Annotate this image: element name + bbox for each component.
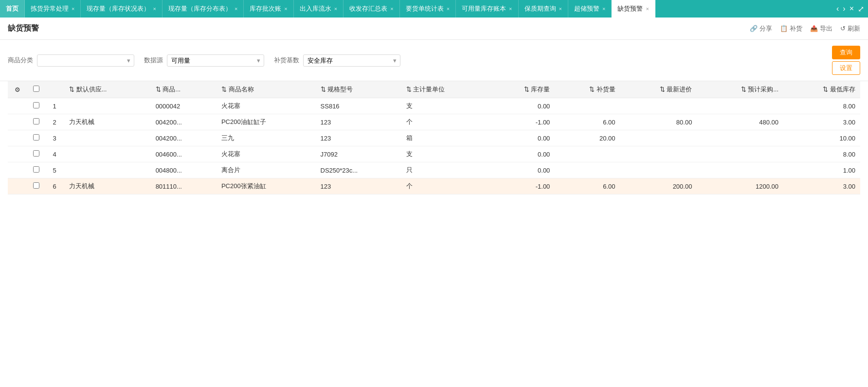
close-tab-batch-account[interactable]: × [284,6,287,12]
row-checkbox[interactable] [33,102,39,108]
tab-inout-flow[interactable]: 出入库流水 × [294,0,344,18]
sort-icon-unit: ⇅ [406,86,412,93]
datasource-label: 数据源 [144,56,163,65]
refresh-button[interactable]: ↺ 刷新 [840,24,860,33]
row-checkbox[interactable] [33,166,39,173]
query-button[interactable]: 查询 [832,46,860,59]
row-checkbox[interactable] [33,150,39,157]
shortage-table: ⚙ ⇅ 默认供应... ⇅ 商品... ⇅ [8,81,860,194]
settings-button[interactable]: 设置 [832,61,860,75]
page-header: 缺货预警 🔗 分享 📋 补货 📤 导出 ↺ 刷新 [0,18,868,40]
category-select-wrapper [37,54,134,67]
row-checkbox[interactable] [33,134,39,141]
row-checkbox-cell[interactable] [27,114,45,130]
close-tab-inventory-status[interactable]: × [153,6,156,12]
tab-shortage[interactable]: 缺货预警 × [612,0,655,18]
row-checkbox-cell[interactable] [27,162,45,178]
th-settings[interactable]: ⚙ [8,81,27,98]
tab-overstock[interactable]: 超储预警 × [568,0,612,18]
tab-home[interactable]: 首页 [0,0,25,18]
table-row: 3 004200... 三九 123 箱 0.00 20.00 10.00 [8,130,860,146]
tab-fullscreen-button[interactable]: ⤢ [856,4,866,14]
row-checkbox-cell[interactable] [27,178,45,194]
tab-batch-account[interactable]: 库存批次账 × [244,0,293,18]
row-product-name: 火花塞 [217,98,316,114]
row-checkbox[interactable] [33,118,39,124]
th-est-purchase[interactable]: ⇅ 预计采购... [697,81,783,98]
row-checkbox-cell[interactable] [27,130,45,146]
row-product-code: 004200... [151,130,217,146]
row-min-stock: 10.00 [783,130,860,146]
row-latest-price [620,98,697,114]
th-checkbox[interactable] [27,81,45,98]
tab-prev-button[interactable]: ‹ [834,4,841,13]
row-spec: SS816 [316,98,401,114]
tab-inventory-status[interactable]: 现存量（库存状况表） × [81,0,162,18]
row-index: 4 [45,146,64,162]
tab-next-button[interactable]: › [841,4,847,13]
th-index [45,81,64,98]
row-settings-cell [8,98,27,114]
row-latest-price: 80.00 [620,114,697,130]
datasource-select-wrapper: 可用量 [167,54,264,67]
row-supplier [64,130,151,146]
row-product-name: PC200油缸缸子 [217,114,316,130]
sort-icon-latest-price: ⇅ [660,86,665,93]
tab-exception[interactable]: 拣货异常处理 × [25,0,81,18]
replenish-base-select[interactable]: 安全库存 [303,54,400,67]
th-supplier[interactable]: ⇅ 默认供应... [64,81,151,98]
row-product-code: 801110... [151,178,217,194]
row-checkbox-cell[interactable] [27,98,45,114]
row-product-name: 离合片 [217,162,316,178]
close-tab-shortage[interactable]: × [646,6,649,12]
close-tab-exception[interactable]: × [72,6,74,12]
row-supplier [64,98,151,114]
row-replenish: 6.00 [555,114,620,130]
select-all-checkbox[interactable] [33,86,39,92]
th-replenish[interactable]: ⇅ 补货量 [555,81,620,98]
row-checkbox[interactable] [33,182,39,189]
row-unit: 支 [401,146,490,162]
row-checkbox-cell[interactable] [27,146,45,162]
tab-available[interactable]: 可用量库存账本 × [456,0,518,18]
th-latest-price[interactable]: ⇅ 最新进价 [620,81,697,98]
close-tab-collection[interactable]: × [390,6,393,12]
replenish-button[interactable]: 📋 补货 [780,24,802,33]
tab-order-stat[interactable]: 要货单统计表 × [400,0,456,18]
th-stock[interactable]: ⇅ 库存量 [489,81,555,98]
row-est-purchase [697,130,783,146]
export-button[interactable]: 📤 导出 [810,24,832,33]
main-content: 缺货预警 🔗 分享 📋 补货 📤 导出 ↺ 刷新 商品分类 [0,18,868,387]
close-tab-expiry[interactable]: × [559,6,562,12]
row-latest-price: 200.00 [620,178,697,194]
th-spec[interactable]: ⇅ 规格型号 [316,81,401,98]
close-tab-overstock[interactable]: × [602,6,605,12]
row-unit: 箱 [401,130,490,146]
tab-close-all-button[interactable]: × [848,4,856,13]
row-est-purchase: 1200.00 [697,178,783,194]
row-supplier [64,146,151,162]
replenish-base-select-wrapper: 安全库存 [303,54,400,67]
tab-expiry[interactable]: 保质期查询 × [519,0,568,18]
th-product-code[interactable]: ⇅ 商品... [151,81,217,98]
close-tab-inventory-dist[interactable]: × [235,6,237,12]
export-icon: 📤 [810,25,818,32]
close-tab-available[interactable]: × [509,6,512,12]
gear-icon: ⚙ [15,86,20,93]
table-row: 1 0000042 火花塞 SS816 支 0.00 8.00 [8,98,860,114]
tab-collection[interactable]: 收发存汇总表 × [344,0,399,18]
row-product-name: 三九 [217,130,316,146]
th-product-name[interactable]: ⇅ 商品名称 [217,81,316,98]
row-index: 6 [45,178,64,194]
th-unit[interactable]: ⇅ 主计量单位 [401,81,490,98]
category-select[interactable] [37,54,134,67]
close-tab-inout-flow[interactable]: × [334,6,337,12]
tab-bar: 首页 拣货异常处理 × 现存量（库存状况表） × 现存量（库存分布表） × 库存… [0,0,868,18]
row-spec: 123 [316,178,401,194]
share-button[interactable]: 🔗 分享 [750,24,772,33]
th-min-stock[interactable]: ⇅ 最低库存 [783,81,860,98]
table-container: ⚙ ⇅ 默认供应... ⇅ 商品... ⇅ [0,81,868,194]
close-tab-order-stat[interactable]: × [447,6,450,12]
tab-inventory-dist[interactable]: 现存量（库存分布表） × [163,0,244,18]
datasource-select[interactable]: 可用量 [167,54,264,67]
